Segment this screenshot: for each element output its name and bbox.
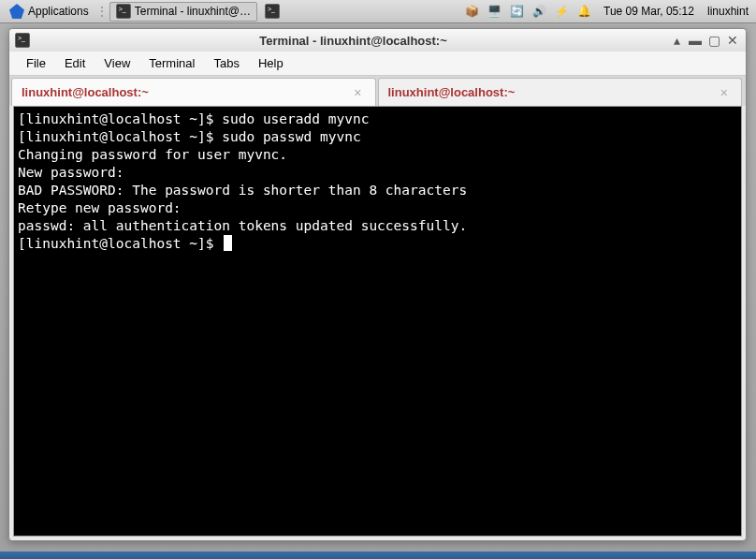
tab-1[interactable]: linuxhint@localhost:~ × [11, 78, 376, 106]
terminal-body[interactable]: [linuxhint@localhost ~]$ sudo useradd my… [13, 106, 742, 537]
menu-edit[interactable]: Edit [55, 52, 94, 74]
terminal-prompt: [linuxhint@localhost ~]$ [18, 236, 222, 251]
tray-package-icon[interactable]: 📦 [463, 3, 480, 20]
menubar: File Edit View Terminal Tabs Help [9, 51, 746, 76]
cursor [224, 235, 232, 251]
applications-menu[interactable]: Applications [4, 2, 94, 22]
terminal-line: [linuxhint@localhost ~]$ sudo useradd my… [18, 111, 369, 126]
menu-file[interactable]: File [17, 52, 55, 74]
terminal-line: [linuxhint@localhost ~]$ sudo passwd myv… [18, 129, 361, 144]
terminal-window: Terminal - linuxhint@localhost:~ ▴ ▬ ▢ ✕… [8, 28, 747, 541]
window-icon [15, 33, 30, 48]
tabbar: linuxhint@localhost:~ × linuxhint@localh… [9, 76, 746, 106]
titlebar-buttons: ▴ ▬ ▢ ✕ [669, 33, 740, 48]
panel-user[interactable]: linuxhint [704, 5, 752, 18]
window-minimize-button[interactable]: ▬ [688, 33, 703, 48]
tab-label: linuxhint@localhost:~ [388, 85, 717, 99]
tab-close-button[interactable]: × [717, 85, 732, 100]
menu-terminal[interactable]: Terminal [139, 52, 204, 74]
panel-datetime[interactable]: Tue 09 Mar, 05:12 [596, 5, 702, 18]
window-maximize-button[interactable]: ▢ [706, 33, 721, 48]
taskbar-terminal-button[interactable]: Terminal - linuxhint@… [109, 2, 257, 22]
tray-battery-icon[interactable]: ⚡ [553, 3, 570, 20]
bottom-dock[interactable] [0, 552, 756, 559]
terminal-icon [116, 4, 131, 19]
applications-icon [9, 4, 24, 19]
top-panel: Applications ⋮ Terminal - linuxhint@… 📦 … [0, 0, 756, 23]
taskbar-terminal-label: Terminal - linuxhint@… [135, 5, 251, 18]
tray-notification-icon[interactable]: 🔔 [575, 3, 592, 20]
menu-tabs[interactable]: Tabs [204, 52, 248, 74]
window-roll-button[interactable]: ▴ [669, 33, 684, 48]
terminal-icon [265, 4, 280, 19]
terminal-line: New password: [18, 165, 124, 180]
terminal-line: passwd: all authentication tokens update… [18, 218, 467, 233]
applications-label: Applications [28, 5, 89, 18]
window-title: Terminal - linuxhint@localhost:~ [37, 34, 669, 48]
terminal-line: Changing password for user myvnc. [18, 147, 287, 162]
tab-2[interactable]: linuxhint@localhost:~ × [378, 78, 743, 106]
tab-close-button[interactable]: × [350, 85, 365, 100]
menu-help[interactable]: Help [249, 52, 293, 74]
taskbar-other-button[interactable] [259, 2, 285, 22]
desktop: Terminal - linuxhint@localhost:~ ▴ ▬ ▢ ✕… [0, 23, 756, 559]
window-close-button[interactable]: ✕ [725, 33, 740, 48]
tray-volume-icon[interactable]: 🔊 [531, 3, 547, 20]
terminal-line: Retype new password: [18, 200, 182, 215]
tray-update-icon[interactable]: 🔄 [508, 3, 525, 20]
panel-separator: ⋮ [96, 5, 108, 18]
tab-label: linuxhint@localhost:~ [22, 85, 350, 99]
terminal-line: BAD PASSWORD: The password is shorter th… [18, 183, 467, 198]
menu-view[interactable]: View [94, 52, 139, 74]
titlebar[interactable]: Terminal - linuxhint@localhost:~ ▴ ▬ ▢ ✕ [9, 29, 746, 51]
tray-network-icon[interactable]: 🖥️ [486, 3, 502, 20]
